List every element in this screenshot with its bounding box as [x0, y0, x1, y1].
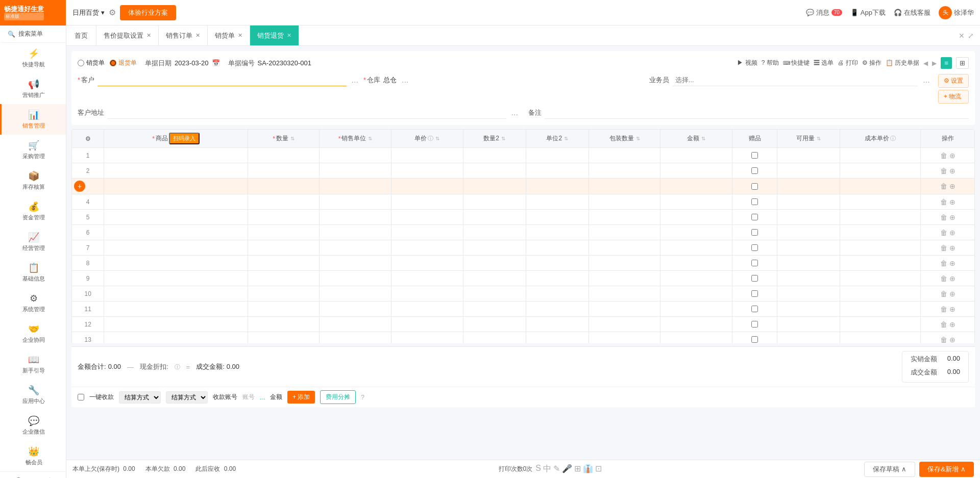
price-cell-12[interactable] — [391, 317, 463, 332]
nav-next-icon[interactable]: ▶ — [932, 60, 937, 67]
qty2-cell-6[interactable] — [463, 225, 526, 240]
delete-icon-10[interactable]: 🗑 — [940, 290, 947, 298]
sidebar-item-finance[interactable]: 💰 资金管理 — [0, 196, 66, 227]
qty-cell-5[interactable] — [248, 210, 320, 225]
qty-cell-12[interactable] — [248, 317, 320, 332]
amount-sort-icon[interactable]: ⇅ — [701, 136, 705, 141]
cost-cell-5[interactable] — [840, 210, 921, 225]
delete-icon-8[interactable]: 🗑 — [940, 259, 947, 267]
avail-cell-8[interactable] — [777, 256, 840, 271]
qty-cell-10[interactable] — [248, 286, 320, 301]
method-select[interactable]: 结算方式 — [119, 391, 161, 404]
pack-cell-3[interactable] — [589, 179, 660, 194]
warehouse-dots[interactable]: ... — [402, 76, 408, 85]
message-button[interactable]: 💬 消息 70 — [806, 8, 842, 17]
delete-icon-12[interactable]: 🗑 — [940, 320, 947, 329]
unit2-cell-11[interactable] — [526, 301, 589, 317]
sidebar-item-basic[interactable]: 📋 基础信息 — [0, 257, 66, 288]
pack-cell-1[interactable] — [589, 148, 660, 163]
unit-cell-9[interactable] — [320, 271, 391, 286]
calc-select[interactable]: 结算方式 — [166, 391, 208, 404]
product-input-8[interactable] — [106, 260, 245, 267]
amount-cell-5[interactable] — [660, 210, 732, 225]
avail-cell-7[interactable] — [777, 240, 840, 256]
gift-checkbox-11[interactable] — [751, 306, 758, 312]
help-icon[interactable]: ? 帮助 — [762, 59, 779, 67]
copy-icon-9[interactable]: ⊕ — [949, 274, 955, 283]
split-button[interactable]: 费用分摊 — [320, 390, 356, 404]
copy-icon-10[interactable]: ⊕ — [949, 290, 955, 298]
sidebar-item-operations[interactable]: 📈 经营管理 — [0, 227, 66, 257]
avail-cell-6[interactable] — [777, 225, 840, 240]
save-new-button[interactable]: 保存&新增 ∧ — [919, 462, 974, 477]
sidebar-item-wechat[interactable]: 💬 企业微信 — [0, 410, 66, 441]
save-draft-button[interactable]: 保存草稿 ∧ — [864, 462, 915, 477]
operation-btn[interactable]: ⚙ 操作 — [862, 59, 881, 67]
sidebar-item-guide[interactable]: 📖 新手引导 — [0, 349, 66, 380]
qty-cell-4[interactable] — [248, 194, 320, 210]
qty2-cell-4[interactable] — [463, 194, 526, 210]
gift-cell-10[interactable] — [732, 286, 777, 301]
product-input-13[interactable] — [106, 336, 245, 343]
unit2-cell-13[interactable] — [526, 332, 589, 344]
delete-icon-5[interactable]: 🗑 — [940, 213, 947, 221]
product-cell-12[interactable] — [104, 317, 248, 332]
cost-cell-2[interactable] — [840, 163, 921, 179]
pack-cell-5[interactable] — [589, 210, 660, 225]
app-download-button[interactable]: 📱 App下载 — [850, 8, 886, 17]
s-icon4[interactable]: 🎤 — [562, 464, 572, 474]
unit-cell-3[interactable] — [320, 179, 391, 194]
salesperson-input[interactable] — [672, 74, 918, 86]
nav-prev-icon[interactable]: ◀ — [923, 60, 928, 67]
gift-cell-9[interactable] — [732, 271, 777, 286]
tab-home[interactable]: 首页 — [66, 26, 96, 45]
online-service-button[interactable]: 🎧 在线客服 — [894, 8, 930, 17]
gift-checkbox-10[interactable] — [751, 290, 758, 297]
sidebar-item-shortcut[interactable]: ⚡ 快捷导航 — [0, 43, 66, 73]
sidebar-item-sales[interactable]: 📊 销售管理 — [0, 104, 66, 135]
tab-sale-return[interactable]: 销货退货 ✕ — [250, 26, 299, 45]
sidebar-item-marketing[interactable]: 📢 营销推广 — [0, 73, 66, 104]
salesperson-dots[interactable]: ... — [923, 76, 929, 85]
pack-sort-icon[interactable]: ⇅ — [636, 136, 640, 141]
pack-cell-7[interactable] — [589, 240, 660, 256]
avail-sort-icon[interactable]: ⇅ — [817, 136, 821, 141]
copy-icon-2[interactable]: ⊕ — [949, 167, 955, 175]
gift-cell-4[interactable] — [732, 194, 777, 210]
qty-cell-6[interactable] — [248, 225, 320, 240]
product-cell-9[interactable] — [104, 271, 248, 286]
price-cell-3[interactable] — [391, 179, 463, 194]
qty2-cell-11[interactable] — [463, 301, 526, 317]
avail-cell-12[interactable] — [777, 317, 840, 332]
amount-cell-1[interactable] — [660, 148, 732, 163]
product-cell-6[interactable] — [104, 225, 248, 240]
gift-checkbox-5[interactable] — [751, 214, 758, 220]
pack-cell-6[interactable] — [589, 225, 660, 240]
avail-cell-9[interactable] — [777, 271, 840, 286]
radio-return[interactable]: 退货单 — [110, 59, 137, 67]
tab-sale-delivery-close[interactable]: ✕ — [238, 32, 242, 39]
delete-icon-2[interactable]: 🗑 — [940, 167, 947, 175]
product-input-6[interactable] — [106, 229, 245, 236]
unit-cell-13[interactable] — [320, 332, 391, 344]
sidebar-collapse-icon[interactable]: ◀ — [45, 476, 50, 478]
gift-checkbox-8[interactable] — [751, 260, 758, 266]
tab-sale-return-close[interactable]: ✕ — [287, 32, 291, 39]
gift-checkbox-9[interactable] — [751, 275, 758, 282]
qty2-cell-3[interactable] — [463, 179, 526, 194]
add-row-button[interactable]: + — [74, 181, 85, 192]
price-info-icon[interactable]: ⓘ — [428, 135, 433, 142]
gift-checkbox-3[interactable] — [751, 183, 758, 190]
gift-cell-13[interactable] — [732, 332, 777, 344]
remark-input[interactable] — [545, 107, 969, 119]
gift-cell-3[interactable] — [732, 179, 777, 194]
s-icon2[interactable]: 中 — [543, 464, 551, 474]
pack-cell-2[interactable] — [589, 163, 660, 179]
cost-info-icon[interactable]: ⓘ — [890, 135, 896, 142]
gift-cell-2[interactable] — [732, 163, 777, 179]
radio-return-input[interactable] — [110, 60, 116, 66]
unit2-cell-5[interactable] — [526, 210, 589, 225]
gift-checkbox-12[interactable] — [751, 321, 758, 328]
cost-cell-1[interactable] — [840, 148, 921, 163]
price-sort-icon[interactable]: ⇅ — [435, 136, 439, 141]
